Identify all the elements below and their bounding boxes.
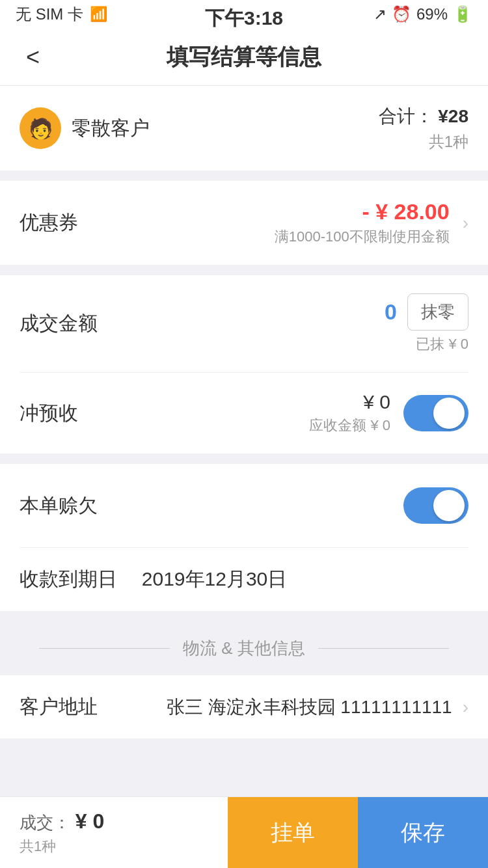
status-left: 无 SIM 卡 📶 — [16, 4, 107, 25]
avatar-icon: 🧑 — [29, 117, 53, 140]
transaction-value[interactable]: 0 — [319, 299, 397, 325]
coupon-section[interactable]: 优惠券 - ¥ 28.00 满1000-100不限制使用金额 › — [0, 181, 488, 265]
due-date-value: 2019年12月30日 — [142, 568, 287, 590]
transaction-row: 成交金额 0 抹零 已抹 ¥ 0 — [0, 275, 488, 372]
alarm-icon: ⏰ — [392, 5, 411, 23]
logistics-line-right — [318, 648, 449, 649]
bottom-deal-label: 成交： — [20, 813, 70, 832]
credit-row: 本单赊欠 — [0, 464, 488, 547]
coupon-value-block: - ¥ 28.00 满1000-100不限制使用金额 — [275, 199, 450, 247]
battery-text: 69% — [416, 5, 448, 23]
page-title: 填写结算等信息 — [167, 42, 321, 72]
coupon-amount: - ¥ 28.00 — [275, 199, 450, 224]
credit-toggle-circle — [433, 490, 465, 521]
total-value: ¥28 — [438, 106, 468, 126]
address-section[interactable]: 客户地址 张三 海淀永丰科技园 11111111111 › — [0, 675, 488, 739]
bottom-deal-line: 成交： ¥ 0 — [20, 809, 208, 834]
customer-name: 零散客户 — [72, 115, 150, 142]
bottom-bar: 成交： ¥ 0 共1种 挂单 保存 — [0, 796, 488, 868]
save-button[interactable]: 保存 — [358, 797, 488, 869]
back-button[interactable]: < — [20, 37, 46, 77]
bottom-deal-amount: ¥ 0 — [75, 809, 104, 833]
advance-value-block: ¥ 0 应收金额 ¥ 0 — [309, 391, 390, 435]
item-count: 共1种 — [379, 131, 469, 152]
nav-bar: < 填写结算等信息 — [0, 29, 488, 86]
customer-right: 合计： ¥28 共1种 — [379, 104, 469, 152]
advance-label: 冲预收 — [20, 400, 78, 427]
customer-section: 🧑 零散客户 合计： ¥28 共1种 — [0, 86, 488, 170]
location-icon: ↗ — [373, 5, 386, 23]
status-right: ↗ ⏰ 69% 🔋 — [373, 5, 472, 23]
logistics-title: 物流 & 其他信息 — [183, 637, 305, 660]
coupon-row[interactable]: 优惠券 - ¥ 28.00 满1000-100不限制使用金额 › — [0, 181, 488, 265]
credit-toggle[interactable] — [403, 487, 468, 524]
status-bar: 无 SIM 卡 📶 下午3:18 ↗ ⏰ 69% 🔋 — [0, 0, 488, 29]
advance-row: 冲预收 ¥ 0 应收金额 ¥ 0 — [0, 373, 488, 454]
credit-section: 本单赊欠 收款到期日 2019年12月30日 — [0, 464, 488, 611]
hold-button[interactable]: 挂单 — [228, 797, 358, 869]
chevron-right-icon: › — [463, 213, 468, 234]
status-time: 下午3:18 — [205, 5, 283, 32]
payment-section: 成交金额 0 抹零 已抹 ¥ 0 冲预收 ¥ 0 应收金额 ¥ 0 — [0, 275, 488, 454]
advance-toggle[interactable] — [403, 395, 468, 431]
due-date-row: 收款到期日 2019年12月30日 — [0, 548, 488, 611]
address-value: 张三 海淀永丰科技园 11111111111 — [117, 695, 452, 720]
coupon-right: - ¥ 28.00 满1000-100不限制使用金额 › — [275, 199, 468, 247]
toggle-circle — [433, 398, 465, 429]
transaction-label: 成交金额 — [20, 310, 98, 337]
customer-left: 🧑 零散客户 — [20, 107, 150, 149]
total-line: 合计： ¥28 — [379, 104, 469, 129]
credit-label: 本单赊欠 — [20, 493, 98, 519]
bottom-info: 成交： ¥ 0 共1种 — [0, 809, 228, 856]
coupon-sub: 满1000-100不限制使用金额 — [275, 227, 450, 247]
logistics-header: 物流 & 其他信息 — [0, 621, 488, 675]
wifi-icon: 📶 — [90, 6, 107, 23]
customer-row: 🧑 零散客户 合计： ¥28 共1种 — [0, 86, 488, 170]
battery-icon: 🔋 — [453, 5, 472, 23]
coupon-label: 优惠券 — [20, 210, 78, 236]
carrier-text: 无 SIM 卡 — [16, 4, 83, 25]
content-area: 🧑 零散客户 合计： ¥28 共1种 优惠券 - ¥ 28.00 满1000-1… — [0, 86, 488, 827]
advance-amount: ¥ 0 — [309, 391, 390, 413]
address-chevron-icon: › — [463, 697, 468, 718]
logistics-line-left — [39, 648, 170, 649]
bottom-count: 共1种 — [20, 837, 208, 856]
address-label: 客户地址 — [20, 694, 98, 720]
avatar: 🧑 — [20, 107, 61, 149]
advance-sub: 应收金额 ¥ 0 — [309, 416, 390, 435]
due-date-label: 收款到期日 — [20, 568, 117, 590]
transaction-sub: 已抹 ¥ 0 — [416, 334, 468, 354]
total-label: 合计： — [379, 106, 433, 126]
round-zero-button[interactable]: 抹零 — [407, 293, 468, 331]
logistics-header-inner: 物流 & 其他信息 — [39, 637, 449, 660]
address-row[interactable]: 客户地址 张三 海淀永丰科技园 11111111111 › — [0, 675, 488, 739]
